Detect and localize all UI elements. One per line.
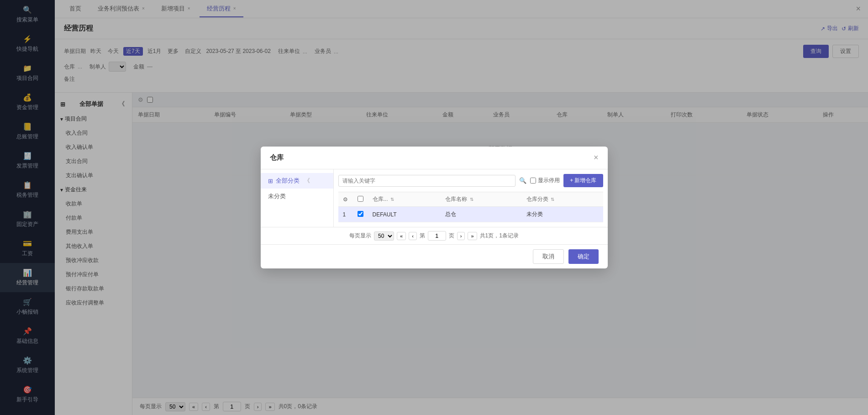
modal-next-page-btn[interactable]: ›	[457, 232, 465, 240]
modal-overlay: 仓库 × ⊞ 全部分类 《 未分类 🔍	[0, 0, 868, 415]
modal-body: ⊞ 全部分类 《 未分类 🔍 显示停用 + 新增	[261, 169, 608, 227]
show-disabled-label: 显示停用	[538, 177, 560, 184]
modal-right-panel: 🔍 显示停用 + 新增仓库 ⚙	[334, 169, 608, 227]
table-row[interactable]: 1 DEFAULT 总仓 未分类	[338, 207, 603, 222]
left-panel-collapse-btn[interactable]: 《	[302, 177, 312, 185]
col-warehouse-category: 仓库分类 ⇅	[522, 192, 603, 207]
sort-icon-name: ⇅	[470, 197, 473, 202]
modal-last-page-btn[interactable]: »	[468, 232, 477, 240]
modal-search-btn[interactable]: 🔍	[519, 177, 526, 184]
modal-warehouse-table: ⚙ 仓库... ⇅ 仓库名称	[338, 192, 603, 222]
show-disabled-checkbox-label: 显示停用	[530, 177, 560, 184]
sort-icon-code: ⇅	[390, 197, 394, 202]
modal-table-container: ⚙ 仓库... ⇅ 仓库名称	[338, 192, 603, 222]
row-code: DEFAULT	[368, 207, 441, 222]
modal-per-page-select[interactable]: 50	[374, 231, 394, 241]
modal-pagination: 每页显示 50 « ‹ 第 页 › » 共1页，1条记录	[261, 227, 608, 244]
row-category: 未分类	[522, 207, 603, 222]
col-warehouse-name: 仓库名称 ⇅	[441, 192, 522, 207]
modal-total-text: 共1页，1条记录	[480, 232, 519, 240]
col-warehouse-code: 仓库... ⇅	[368, 192, 441, 207]
modal-search-bar: 🔍 显示停用 + 新增仓库	[338, 174, 603, 187]
col-gear: ⚙	[338, 192, 353, 207]
modal-page-label: 第	[420, 232, 425, 240]
modal-select-all[interactable]	[358, 196, 363, 202]
modal-cancel-btn[interactable]: 取消	[533, 249, 564, 264]
row-index: 1	[338, 207, 353, 222]
modal-header: 仓库 ×	[261, 147, 608, 169]
sort-icon-category: ⇅	[551, 197, 554, 202]
modal-per-page-label: 每页显示	[349, 232, 371, 240]
modal-prev-page-btn[interactable]: ‹	[409, 232, 417, 240]
modal-confirm-btn[interactable]: 确定	[568, 249, 599, 264]
col-select	[353, 192, 368, 207]
show-disabled-checkbox[interactable]	[530, 178, 536, 184]
row-checkbox-cell	[353, 207, 368, 222]
row-name: 总仓	[441, 207, 522, 222]
row-checkbox[interactable]	[358, 211, 363, 217]
warehouse-modal: 仓库 × ⊞ 全部分类 《 未分类 🔍	[261, 147, 608, 268]
gear-col-icon[interactable]: ⚙	[343, 196, 348, 203]
modal-title: 仓库	[270, 153, 284, 162]
all-categories-label: 全部分类	[276, 177, 300, 185]
modal-footer-actions: 取消 确定	[261, 244, 608, 268]
modal-category-unclassified[interactable]: 未分类	[261, 189, 333, 204]
modal-close-btn[interactable]: ×	[594, 153, 599, 163]
modal-page-input[interactable]	[428, 231, 446, 241]
modal-all-categories[interactable]: ⊞ 全部分类 《	[261, 173, 333, 189]
add-warehouse-btn[interactable]: + 新增仓库	[563, 174, 603, 187]
modal-first-page-btn[interactable]: «	[397, 232, 406, 240]
modal-search-input[interactable]	[338, 175, 516, 187]
uncategorized-label: 未分类	[268, 192, 286, 200]
modal-left-panel: ⊞ 全部分类 《 未分类	[261, 169, 334, 227]
modal-page-suffix: 页	[449, 232, 454, 240]
grid-icon: ⊞	[268, 178, 273, 184]
